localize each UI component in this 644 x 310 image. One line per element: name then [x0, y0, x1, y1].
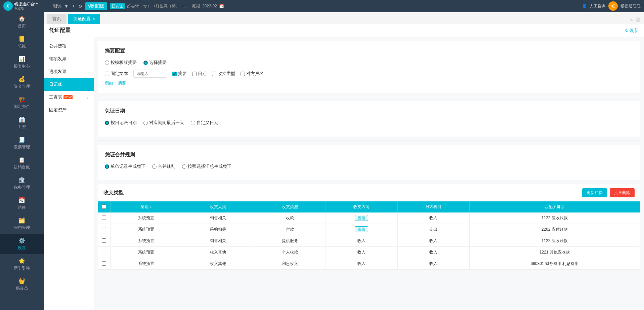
content-area: 首页 凭证配置 × × ⬜ 凭证配置 ↻ 刷新 公共选项: [44, 12, 644, 310]
income-type-checkbox[interactable]: [212, 72, 216, 76]
sidebar-item-home[interactable]: 🏠 首页: [0, 12, 44, 32]
summary-radio-select[interactable]: 选择摘要: [143, 60, 167, 66]
date-checkbox[interactable]: [192, 72, 197, 76]
row-counterpart-subject: 1221 其他应收款: [469, 247, 640, 258]
member-icon: 👑: [18, 278, 25, 284]
help-icon: 👤: [582, 4, 587, 8]
tab-close-icon[interactable]: ×: [93, 17, 95, 21]
summary-checkbox[interactable]: [172, 72, 177, 76]
merge-summary-radio[interactable]: [182, 164, 186, 169]
col-checkbox: [98, 201, 110, 212]
test-dropdown-icon[interactable]: ▼: [64, 4, 69, 9]
left-nav-public[interactable]: 公共选项: [44, 40, 94, 52]
merge-single-radio[interactable]: [105, 164, 109, 169]
tab-bar: 首页 凭证配置 × × ⬜: [44, 12, 644, 24]
table-row: 系统预置 收入其他 利息收入 收入 收入 660301 财务费用 利息费用: [98, 258, 640, 270]
merge-radio-merge[interactable]: 合并规则: [152, 163, 175, 169]
sidebar-item-invoice[interactable]: 🧾 发票管理: [0, 133, 44, 153]
row-major: 采购相关: [182, 224, 254, 235]
switch-version-button[interactable]: 切到旧版: [85, 2, 107, 10]
sidebar-item-fixed-assets[interactable]: 🏗️ 固定资产: [0, 93, 44, 113]
brand-logo: 好: [3, 1, 13, 11]
sidebar-item-member[interactable]: 👑 畅会员: [0, 274, 44, 295]
sidebar-item-ledger[interactable]: 📒 总账: [0, 32, 44, 52]
date-radio-journal[interactable]: 按日记账日期: [105, 120, 137, 126]
certified-status: 已认证: [110, 3, 125, 9]
summary-template-radio[interactable]: [105, 61, 109, 65]
summary-radio-template[interactable]: 按模板版摘要: [105, 60, 137, 66]
divider-2: [98, 141, 640, 141]
settings-icon[interactable]: ⚙: [78, 4, 82, 9]
sidebar-item-tax[interactable]: 🏛️ 税务管理: [0, 173, 44, 194]
summary-checkbox-item[interactable]: 摘要: [172, 71, 187, 77]
counterpart-checkbox[interactable]: [241, 72, 245, 76]
merge-merge-radio[interactable]: [152, 164, 157, 169]
date-radio-custom[interactable]: 自定义日期: [191, 120, 218, 126]
tab-home[interactable]: 首页: [47, 14, 67, 24]
invoice-icon: 🧾: [18, 137, 25, 143]
top-tag[interactable]: 置顶: [355, 226, 368, 232]
row-direction: 置顶: [326, 224, 397, 235]
summary-checkbox-row: 固定文本 摘要 日期 收支类型: [105, 70, 633, 78]
sidebar-item-sales-ledger[interactable]: 📋 进销台账: [0, 153, 44, 173]
row-checkbox[interactable]: [102, 261, 106, 266]
left-nav-payroll[interactable]: 工资表 NEW ›: [44, 91, 94, 104]
table-row: 系统预置 收入其他 个人收款 收入 收入 1221 其他应收款: [98, 247, 640, 258]
row-type: 提供服务: [254, 235, 326, 247]
fixed-text-input[interactable]: [133, 70, 167, 78]
row-checkbox[interactable]: [102, 227, 106, 231]
col-keywords: 匹配关键字: [469, 201, 640, 212]
counterpart-checkbox-item[interactable]: 对方户名: [241, 71, 264, 77]
batch-delete-btn[interactable]: 批量删除: [610, 188, 635, 197]
select-all-checkbox[interactable]: [102, 204, 106, 209]
row-checkbox[interactable]: [102, 250, 106, 254]
sidebar-item-funds[interactable]: 💰 资金管理: [0, 73, 44, 93]
main-layout: 🏠 首页 📒 总账 📊 报表中心 💰 资金管理 🏗️ 固定资产 👔 工资 🧾 发…: [0, 12, 644, 310]
date-radio-period-last[interactable]: 对应期间最后一天: [143, 120, 184, 126]
calendar-icon[interactable]: 📅: [219, 4, 224, 8]
fixed-text-checkbox[interactable]: [105, 72, 109, 76]
row-category: 系统预置: [110, 224, 182, 235]
add-icon[interactable]: ＋: [71, 3, 76, 9]
date-journal-radio[interactable]: [105, 121, 109, 125]
income-expense-title: 收支类型: [103, 190, 124, 196]
left-nav-purchase-invoice[interactable]: 进项发票: [44, 65, 94, 78]
sidebar-item-archive[interactable]: 🗂️ 归档管理: [0, 214, 44, 234]
sidebar-item-guide[interactable]: 🌟 新手引导: [0, 254, 44, 274]
col-category: 类别 ↓: [110, 201, 182, 212]
date-custom-radio[interactable]: [191, 121, 195, 125]
window-maximize-button[interactable]: ⬜: [636, 17, 641, 22]
date-period-last-radio[interactable]: [143, 121, 148, 125]
merge-rules-radio-group: 单条记录生成凭证 合并规则 按照选择汇总生成凭证: [105, 163, 633, 169]
merge-radio-summary[interactable]: 按照选择汇总生成凭证: [182, 163, 231, 169]
sidebar-item-close[interactable]: 📅 结账: [0, 194, 44, 214]
left-nav-journal[interactable]: 日记账: [44, 78, 94, 91]
table-header: 类别 ↓ 收支大类 收支类型 收支方向 对方科目 匹配关键字: [98, 201, 640, 212]
col-direction: 收支方向: [326, 201, 397, 212]
sidebar: 🏠 首页 📒 总账 📊 报表中心 💰 资金管理 🏗️ 固定资产 👔 工资 🧾 发…: [0, 12, 44, 310]
table-row: 系统预置 销售相关 收款 置顶 收入 1122 应收账款: [98, 212, 640, 224]
sidebar-item-reports[interactable]: 📊 报表中心: [0, 52, 44, 73]
brand-text: 畅捷通好会计 专业版: [14, 2, 38, 10]
row-checkbox-cell: [98, 212, 110, 224]
refresh-button[interactable]: ↻ 刷新: [625, 28, 639, 34]
left-nav-fixed-assets[interactable]: 固定资产: [44, 104, 94, 116]
sidebar-item-settings[interactable]: ⚙️ 设置: [0, 234, 44, 254]
top-tag[interactable]: 置顶: [355, 215, 368, 221]
page-title: 凭证配置: [49, 27, 71, 34]
date-checkbox-item[interactable]: 日期: [192, 71, 207, 77]
update-btn[interactable]: 更新栏费: [582, 188, 607, 197]
sidebar-item-salary[interactable]: 👔 工资: [0, 113, 44, 133]
income-type-checkbox-item[interactable]: 收支类型: [212, 71, 235, 77]
row-checkbox[interactable]: [102, 216, 106, 220]
left-nav-sales-invoice[interactable]: 销项发票: [44, 52, 94, 65]
fixed-text-checkbox-item[interactable]: 固定文本: [105, 71, 128, 77]
summary-select-radio[interactable]: [143, 61, 148, 65]
row-direction: 置顶: [326, 212, 397, 224]
row-category: 系统预置: [110, 247, 182, 258]
row-checkbox[interactable]: [102, 238, 106, 243]
window-close-button[interactable]: ×: [630, 17, 633, 23]
tab-voucher-config[interactable]: 凭证配置 ×: [68, 14, 100, 24]
merge-radio-single[interactable]: 单条记录生成凭证: [105, 163, 145, 169]
help-label[interactable]: 人工咨询: [590, 3, 606, 9]
